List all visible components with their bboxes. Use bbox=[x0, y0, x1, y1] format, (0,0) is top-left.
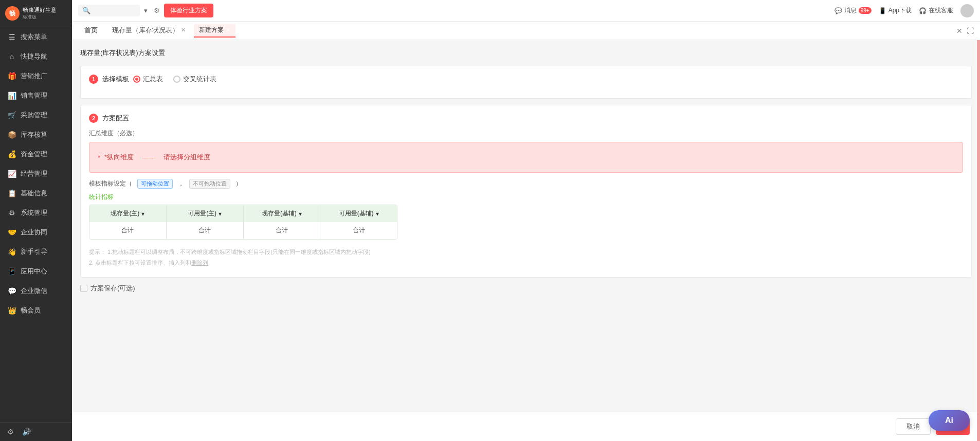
home-icon: ⌂ bbox=[7, 52, 16, 61]
stats-col-3-header[interactable]: 现存量(基辅) ▾ bbox=[244, 205, 321, 222]
cancel-button[interactable]: 取消 bbox=[896, 418, 931, 435]
crown-icon: 👑 bbox=[7, 306, 16, 315]
dimension-required-label: 汇总维度（必选） bbox=[89, 129, 963, 138]
sidebar-item-purchase[interactable]: 🛒 采购管理 bbox=[0, 105, 72, 125]
chat-icon: 💬 bbox=[7, 287, 16, 295]
sidebar-item-sales[interactable]: 📊 销售管理 bbox=[0, 86, 72, 105]
window-close-icon[interactable]: ✕ bbox=[956, 27, 963, 35]
save-checkbox[interactable] bbox=[80, 285, 87, 292]
stats-col-2-header[interactable]: 可用量(主) ▾ bbox=[167, 205, 244, 222]
sidebar-item-search[interactable]: ☰ 搜索菜单 bbox=[0, 27, 72, 47]
gear-icon: ⚙ bbox=[7, 209, 16, 217]
search-menu-icon: ☰ bbox=[7, 33, 16, 41]
mobile-icon: 📱 bbox=[7, 267, 16, 275]
sidebar-nav: ☰ 搜索菜单 ⌂ 快捷导航 🎁 营销推广 📊 销售管理 🛒 采购管理 📦 库存核… bbox=[0, 27, 72, 422]
radio-summary-circle bbox=[133, 76, 140, 83]
dimension-field-label: *纵向维度 bbox=[104, 153, 134, 162]
industry-plan-button[interactable]: 体验行业方案 bbox=[164, 4, 213, 17]
message-icon: 💬 bbox=[834, 7, 842, 14]
topbar-right: 💬 消息 99+ 📱 App下载 🎧 在线客服 bbox=[834, 4, 974, 17]
stats-cell-3: 合计 bbox=[244, 222, 321, 239]
stats-col-1-chevron: ▾ bbox=[141, 210, 144, 217]
sidebar-item-label: 企业微信 bbox=[21, 286, 47, 296]
hints-section: 提示： 1.拖动标题栏可以调整布局，不可跨维度或指标区域拖动栏目字段(只能在同一… bbox=[89, 248, 963, 267]
radio-summary-label: 汇总表 bbox=[143, 75, 163, 84]
sidebar-item-inventory[interactable]: 📦 库存核算 bbox=[0, 125, 72, 144]
sidebar-item-quick-nav[interactable]: ⌂ 快捷导航 bbox=[0, 47, 72, 66]
tab-new-plan[interactable]: 新建方案 ✕ bbox=[194, 24, 235, 38]
ai-bubble[interactable]: Ai bbox=[929, 410, 970, 431]
template-radio-group: 汇总表 交叉统计表 bbox=[133, 75, 216, 84]
tab-inventory-close-icon[interactable]: ✕ bbox=[181, 27, 186, 33]
download-icon: 📱 bbox=[879, 7, 886, 14]
step1-badge: 1 bbox=[89, 75, 98, 84]
sidebar-item-label: 营销推广 bbox=[21, 71, 47, 81]
main-area: 🔍 ▾ ⚙ 体验行业方案 💬 消息 99+ 📱 App下载 🎧 在线客服 bbox=[72, 0, 980, 441]
settings-icon[interactable]: ⚙ bbox=[7, 428, 14, 436]
topbar-dropdown-icon[interactable]: ▾ bbox=[144, 7, 148, 14]
sidebar-item-basic-info[interactable]: 📋 基础信息 bbox=[0, 183, 72, 203]
money-icon: 💰 bbox=[7, 150, 16, 158]
search-box[interactable]: 🔍 bbox=[78, 5, 140, 16]
step1-header: 1 选择模板 汇总表 交叉统计表 bbox=[89, 75, 963, 84]
step2-card: 2 方案配置 汇总维度（必选） * *纵向维度 —— 请选择分组维度 模板指标设… bbox=[80, 105, 972, 278]
stats-col-2-label: 可用量(主) bbox=[188, 209, 216, 218]
radio-cross-circle bbox=[173, 76, 180, 83]
sidebar-item-enterprise[interactable]: 🤝 企业协同 bbox=[0, 223, 72, 242]
sidebar-item-label: 资金管理 bbox=[21, 150, 47, 159]
sidebar-item-system[interactable]: ⚙ 系统管理 bbox=[0, 203, 72, 223]
tab-inventory-label: 现存量（库存状况表） bbox=[112, 26, 179, 35]
tab-new-plan-close-icon[interactable]: ✕ bbox=[226, 27, 230, 33]
radio-summary[interactable]: 汇总表 bbox=[133, 75, 163, 84]
stats-table: 现存量(主) ▾ 可用量(主) ▾ 现存量(基辅) ▾ 可用量(基辅) bbox=[89, 205, 397, 240]
sidebar-item-label: 应用中心 bbox=[21, 267, 47, 276]
dimension-box[interactable]: * *纵向维度 —— 请选择分组维度 bbox=[89, 142, 963, 173]
message-button[interactable]: 💬 消息 99+ bbox=[834, 6, 872, 15]
step2-badge: 2 bbox=[89, 114, 98, 123]
customer-service-button[interactable]: 🎧 在线客服 bbox=[919, 6, 953, 15]
logo-icon: 畅 bbox=[5, 6, 20, 21]
sidebar-item-marketing[interactable]: 🎁 营销推广 bbox=[0, 66, 72, 86]
sidebar-item-newbie[interactable]: 👋 新手引导 bbox=[0, 242, 72, 262]
tab-inventory[interactable]: 现存量（库存状况表） ✕ bbox=[106, 23, 192, 39]
app-download-button[interactable]: 📱 App下载 bbox=[879, 6, 912, 15]
sidebar-item-label: 销售管理 bbox=[21, 91, 47, 100]
topbar-gear-icon[interactable]: ⚙ bbox=[154, 7, 160, 14]
step1-label: 选择模板 bbox=[102, 75, 129, 84]
step1-card: 1 选择模板 汇总表 交叉统计表 bbox=[80, 66, 972, 99]
stats-section-label: 统计指标 bbox=[89, 193, 963, 201]
service-icon: 🎧 bbox=[919, 7, 927, 14]
delete-col-link[interactable]: 删除列 bbox=[191, 260, 208, 266]
resize-handle[interactable] bbox=[977, 40, 980, 441]
hint-1: 提示： 1.拖动标题栏可以调整布局，不可跨维度或指标区域拖动栏目字段(只能在同一… bbox=[89, 248, 963, 256]
app-download-label: App下载 bbox=[888, 6, 912, 15]
sidebar-item-label: 库存核算 bbox=[21, 130, 47, 139]
volume-icon[interactable]: 🔊 bbox=[22, 428, 31, 436]
wave-icon: 👋 bbox=[7, 248, 16, 256]
customer-service-label: 在线客服 bbox=[929, 6, 953, 15]
app-logo: 畅 畅康通好生意 标准版 bbox=[0, 0, 72, 27]
sidebar-item-label: 经营管理 bbox=[21, 169, 47, 178]
sidebar-item-vip[interactable]: 👑 畅会员 bbox=[0, 301, 72, 320]
stats-col-4-header[interactable]: 可用量(基辅) ▾ bbox=[320, 205, 397, 222]
sidebar-item-label: 采购管理 bbox=[21, 111, 47, 120]
stats-col-3-chevron: ▾ bbox=[299, 210, 302, 217]
tab-home-label: 首页 bbox=[84, 26, 98, 35]
sidebar-item-wechat[interactable]: 💬 企业微信 bbox=[0, 281, 72, 301]
user-avatar[interactable] bbox=[960, 4, 974, 17]
hint-2: 2. 点击标题栏下拉可设置排序、插入列和删除列 bbox=[89, 259, 963, 267]
dimension-separator: —— bbox=[142, 154, 155, 161]
search-input[interactable] bbox=[93, 7, 134, 14]
sidebar-item-finance[interactable]: 💰 资金管理 bbox=[0, 144, 72, 164]
message-badge: 99+ bbox=[859, 7, 872, 14]
radio-cross[interactable]: 交叉统计表 bbox=[173, 75, 216, 84]
window-expand-icon[interactable]: ⛶ bbox=[967, 27, 974, 35]
tab-home[interactable]: 首页 bbox=[78, 23, 104, 39]
message-label: 消息 bbox=[844, 6, 857, 15]
app-name: 畅康通好生意 bbox=[23, 6, 57, 13]
sidebar-item-label: 畅会员 bbox=[21, 306, 41, 315]
sidebar-item-apps[interactable]: 📱 应用中心 bbox=[0, 262, 72, 281]
stats-col-1-header[interactable]: 现存量(主) ▾ bbox=[89, 205, 167, 222]
sidebar-item-operations[interactable]: 📈 经营管理 bbox=[0, 164, 72, 183]
stats-cell-2: 合计 bbox=[167, 222, 244, 239]
